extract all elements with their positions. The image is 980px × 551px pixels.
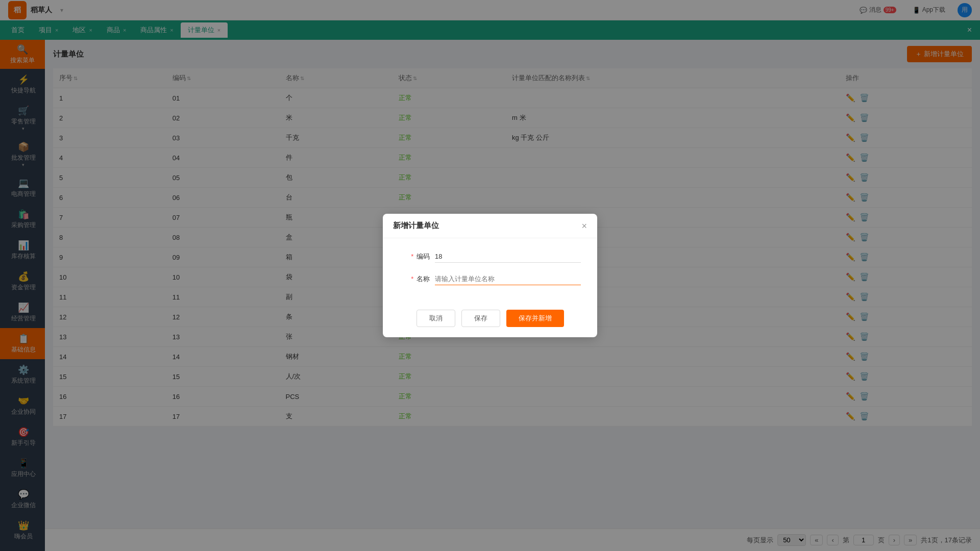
- name-input[interactable]: [435, 273, 581, 285]
- modal-body: * 编码 * 名称: [383, 238, 597, 304]
- modal-close-button[interactable]: ×: [581, 221, 587, 231]
- code-input[interactable]: [435, 251, 581, 263]
- name-required-mark: *: [411, 275, 413, 283]
- code-form-row: * 编码: [399, 251, 581, 263]
- modal-header: 新增计量单位 ×: [383, 214, 597, 238]
- cancel-button[interactable]: 取消: [416, 310, 455, 327]
- save-button[interactable]: 保存: [461, 310, 500, 327]
- name-label: * 名称: [399, 274, 430, 284]
- name-form-row: * 名称: [399, 273, 581, 285]
- save-and-new-button[interactable]: 保存并新增: [506, 310, 564, 327]
- code-label: * 编码: [399, 252, 430, 261]
- add-unit-modal: 新增计量单位 × * 编码 * 名称 取消 保存 保存并新增: [383, 214, 597, 337]
- modal-overlay[interactable]: 新增计量单位 × * 编码 * 名称 取消 保存 保存并新增: [0, 0, 980, 551]
- modal-title: 新增计量单位: [393, 221, 439, 231]
- code-required-mark: *: [411, 253, 413, 260]
- modal-footer: 取消 保存 保存并新增: [383, 304, 597, 337]
